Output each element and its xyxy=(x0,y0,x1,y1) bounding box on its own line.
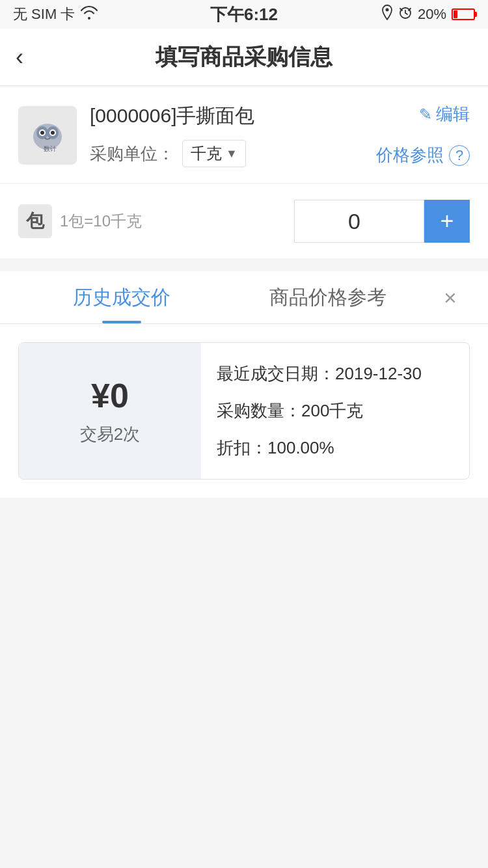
tab-product-price-ref[interactable]: 商品价格参考 xyxy=(224,271,431,323)
wifi-icon xyxy=(80,5,98,23)
recent-date-row: 最近成交日期：2019-12-30 xyxy=(217,361,454,387)
product-thumbnail: 数计 xyxy=(18,106,77,165)
battery-percentage: 20% xyxy=(418,6,446,23)
tabs-header: 历史成交价 商品价格参考 × xyxy=(0,271,488,324)
product-info: [0000006]手撕面包 采购单位： 千克 ▼ xyxy=(90,103,254,167)
product-header: 数计 [0000006]手撕面包 采购单位： 千克 ▼ ✎ 编辑 xyxy=(18,103,470,167)
status-bar: 无 SIM 卡 下午6:12 20% xyxy=(0,0,488,29)
tab-content: ¥0 交易2次 最近成交日期：2019-12-30 采购数量：200千克 折扣：… xyxy=(0,324,488,498)
transaction-count: 交易2次 xyxy=(80,423,140,446)
discount-label: 折扣： xyxy=(217,438,267,457)
price-ref-help-icon[interactable]: ? xyxy=(449,145,470,166)
edit-button[interactable]: ✎ 编辑 xyxy=(419,103,470,126)
unit-label: 采购单位： xyxy=(90,142,174,165)
quantity-right: + xyxy=(294,200,470,243)
status-left: 无 SIM 卡 xyxy=(13,5,98,24)
signal-text: 无 SIM 卡 xyxy=(13,5,75,24)
tab-history-price-label: 历史成交价 xyxy=(73,284,170,311)
currency-symbol: ¥ xyxy=(91,377,110,414)
svg-point-7 xyxy=(40,131,44,135)
battery-icon xyxy=(452,8,475,20)
price-ref-label[interactable]: 价格参照 xyxy=(376,144,444,167)
quantity-input[interactable] xyxy=(294,200,424,243)
recent-date-value: 2019-12-30 xyxy=(335,364,422,383)
price-value: ¥0 xyxy=(91,376,129,415)
price-card-left: ¥0 交易2次 xyxy=(19,343,201,479)
price-number: 0 xyxy=(110,377,129,414)
quantity-plus-button[interactable]: + xyxy=(424,200,470,243)
tab-product-price-ref-label: 商品价格参考 xyxy=(269,284,386,311)
product-name: [0000006]手撕面包 xyxy=(90,103,254,129)
svg-point-8 xyxy=(51,131,55,135)
nav-bar: ‹ 填写商品采购信息 xyxy=(0,29,488,86)
location-icon xyxy=(381,5,393,24)
quantity-left: 包 1包=10千克 xyxy=(18,204,142,238)
price-card: ¥0 交易2次 最近成交日期：2019-12-30 采购数量：200千克 折扣：… xyxy=(18,342,470,480)
status-time: 下午6:12 xyxy=(210,3,278,26)
unit-conversion: 1包=10千克 xyxy=(60,211,142,232)
tabs-section: 历史成交价 商品价格参考 × ¥0 交易2次 最近成交日期：2019-12-30… xyxy=(0,271,488,498)
purchase-qty-value: 200千克 xyxy=(301,401,363,420)
svg-point-0 xyxy=(385,8,388,12)
bottom-area xyxy=(0,498,488,868)
discount-value: 100.00% xyxy=(267,438,334,457)
quantity-section: 包 1包=10千克 + xyxy=(0,184,488,258)
unit-box-label: 包 xyxy=(18,204,52,238)
alarm-icon xyxy=(398,5,413,23)
product-card: 数计 [0000006]手撕面包 采购单位： 千克 ▼ ✎ 编辑 xyxy=(0,87,488,183)
product-right: ✎ 编辑 价格参照 ? xyxy=(376,103,470,167)
tab-close-button[interactable]: × xyxy=(431,271,470,323)
dropdown-arrow-icon: ▼ xyxy=(226,147,237,161)
tab-history-price[interactable]: 历史成交价 xyxy=(18,271,224,323)
recent-date-label: 最近成交日期： xyxy=(217,364,335,383)
purchase-qty-label: 采购数量： xyxy=(217,401,301,420)
price-ref-row: 价格参照 ? xyxy=(376,144,470,167)
unit-value: 千克 xyxy=(191,143,222,164)
purchase-qty-row: 采购数量：200千克 xyxy=(217,398,454,424)
svg-text:数计: 数计 xyxy=(44,145,57,152)
edit-icon: ✎ xyxy=(419,105,432,124)
status-right: 20% xyxy=(381,5,475,24)
unit-dropdown[interactable]: 千克 ▼ xyxy=(182,140,246,167)
price-card-right: 最近成交日期：2019-12-30 采购数量：200千克 折扣：100.00% xyxy=(201,343,469,479)
back-button[interactable]: ‹ xyxy=(16,46,23,69)
edit-label: 编辑 xyxy=(436,103,470,126)
product-left: 数计 [0000006]手撕面包 采购单位： 千克 ▼ xyxy=(18,103,254,167)
product-unit-row: 采购单位： 千克 ▼ xyxy=(90,140,254,167)
discount-row: 折扣：100.00% xyxy=(217,435,454,461)
page-title: 填写商品采购信息 xyxy=(156,42,332,72)
